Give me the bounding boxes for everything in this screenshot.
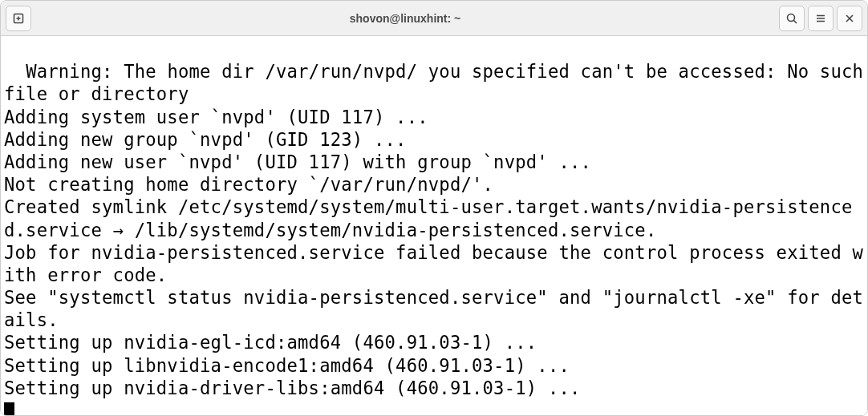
- terminal-line: Warning: The home dir /var/run/nvpd/ you…: [4, 61, 868, 104]
- search-button[interactable]: [779, 6, 805, 31]
- terminal-line: Adding new group `nvpd' (GID 123) ...: [4, 129, 407, 150]
- terminal-line: Job for nvidia-persistenced.service fail…: [4, 242, 863, 285]
- terminal-line: See "systemctl status nvidia-persistence…: [4, 287, 863, 330]
- titlebar-right: [779, 6, 862, 31]
- window-title: shovon@linuxhint: ~: [31, 12, 779, 25]
- svg-line-4: [794, 20, 797, 23]
- terminal-line: Not creating home directory `/var/run/nv…: [4, 174, 493, 195]
- titlebar-left: [6, 6, 31, 31]
- terminal-output[interactable]: Warning: The home dir /var/run/nvpd/ you…: [1, 36, 867, 416]
- window-titlebar: shovon@linuxhint: ~: [1, 1, 867, 36]
- terminal-line: Setting up libnvidia-encode1:amd64 (460.…: [4, 355, 570, 376]
- terminal-line: Adding new user `nvpd' (UID 117) with gr…: [4, 151, 591, 172]
- terminal-line: Setting up nvidia-driver-libs:amd64 (460…: [4, 378, 581, 398]
- terminal-line: Created symlink /etc/systemd/system/mult…: [4, 196, 853, 240]
- close-button[interactable]: [837, 6, 862, 31]
- svg-point-3: [788, 14, 795, 21]
- terminal-cursor: [4, 402, 14, 416]
- terminal-line: Setting up nvidia-egl-icd:amd64 (460.91.…: [4, 332, 537, 353]
- menu-button[interactable]: [808, 6, 834, 31]
- terminal-line: Adding system user `nvpd' (UID 117) ...: [4, 107, 428, 127]
- new-tab-button[interactable]: [6, 6, 31, 31]
